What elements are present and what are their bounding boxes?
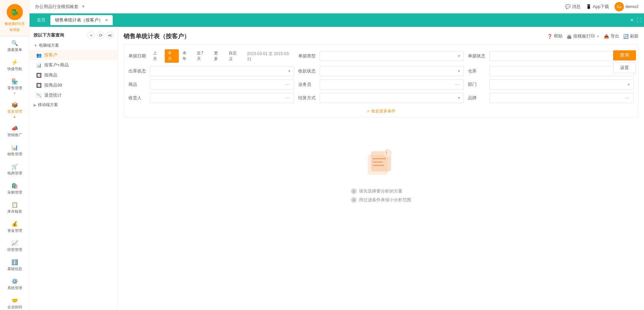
warehouse-input[interactable]: ··· xyxy=(489,66,634,76)
doc-type-label: 单据类型 xyxy=(298,53,317,59)
scheme-item-customer-goods[interactable]: 📊 按客户+商品 xyxy=(30,60,118,70)
department-input[interactable]: ▼ xyxy=(489,80,634,90)
chevron-down-icon: ▼ xyxy=(13,92,16,95)
sidebar-item-sales-label: 销售管理 xyxy=(7,152,22,157)
sidebar-item-retail[interactable]: 🏪 零售管理 ▼ xyxy=(0,75,29,98)
refresh-button[interactable]: 🔄 刷新 xyxy=(623,33,639,39)
desktop-section-toggle[interactable]: ▼ 电脑端方案 xyxy=(30,41,118,50)
print-icon: 🖨️ xyxy=(567,34,572,39)
sidebar-item-purchase[interactable]: 🛍️ 采购管理 xyxy=(0,179,29,198)
refresh-scheme-button[interactable]: ⟳ xyxy=(97,32,104,39)
enterprise-icon: 🤝 xyxy=(11,297,18,304)
goods-input[interactable]: ··· xyxy=(150,80,294,90)
user-name: demo2 xyxy=(625,4,639,9)
app-download-button[interactable]: 📱 App下载 xyxy=(586,4,609,10)
sidebar-item-search[interactable]: 🔍 搜索菜单 xyxy=(0,37,29,56)
settlement-input[interactable]: ▼ xyxy=(320,93,464,103)
tab-sales-stats[interactable]: 销售单统计表（按客户） ✕ xyxy=(50,15,113,25)
filter-row-2: 出库状态 ▼ 收款状态 ▼ xyxy=(128,66,634,76)
message-button[interactable]: 💬 消息 xyxy=(565,4,581,10)
sidebar-item-basic[interactable]: ℹ️ 基础信息 xyxy=(0,256,29,275)
date-tab-last-month[interactable]: 上月 xyxy=(150,49,164,63)
filter-row-3: 商品 ··· 业务员 ··· xyxy=(128,80,634,90)
goods-dots[interactable]: ··· xyxy=(284,82,291,88)
department-field: 部门 ▼ xyxy=(468,80,634,90)
desktop-section-label: 电脑端方案 xyxy=(39,43,59,48)
sidebar-item-management[interactable]: 📈 经营管理 xyxy=(0,237,29,256)
export-button[interactable]: 📤 导出 xyxy=(604,33,619,39)
salesperson-input[interactable]: ··· xyxy=(320,80,464,90)
refresh-label: 刷新 xyxy=(630,33,639,39)
scheme-item-return-label: 退货统计 xyxy=(44,92,62,98)
add-scheme-button[interactable]: + xyxy=(88,32,95,39)
date-tab-7days[interactable]: 近7天 xyxy=(194,49,210,63)
brand-dots[interactable]: ··· xyxy=(624,95,631,101)
sidebar-item-quick[interactable]: ⚡ 快捷导航 xyxy=(0,56,29,75)
inventory-icon: 📋 xyxy=(11,202,18,208)
topbar-left: 办公用品行业模拟账套 ▼ xyxy=(35,4,86,10)
sidebar-item-inventory[interactable]: 📋 库存核算 xyxy=(0,198,29,217)
sidebar-item-system[interactable]: ⚙️ 系统管理 xyxy=(0,275,29,294)
tab-close-icon[interactable]: ✕ xyxy=(105,18,108,22)
dropdown-icon[interactable]: ▼ xyxy=(81,4,86,9)
mobile-section-label: 移动端方案 xyxy=(38,102,58,108)
sidebar-item-enterprise[interactable]: 🤝 企业协同 xyxy=(0,294,29,310)
action-buttons: 查询 设置 xyxy=(613,50,636,73)
scheme-item-return[interactable]: 📉 退货统计 xyxy=(30,90,118,100)
sidebar-item-marketing[interactable]: 📣 营销推广 xyxy=(0,122,29,141)
scheme-item-customer-label: 按客户 xyxy=(44,52,57,58)
date-tab-more[interactable]: 更多 xyxy=(211,49,225,63)
out-status-chevron: ▼ xyxy=(287,69,291,73)
filter-row-4: 收货人 ··· 结算方式 ▼ xyxy=(128,93,634,103)
doc-status-input[interactable]: ▼ xyxy=(489,51,634,61)
salesperson-dots[interactable]: ··· xyxy=(454,82,461,88)
date-tab-this-year[interactable]: 本年 xyxy=(179,49,194,63)
sidebar-item-ecommerce[interactable]: 🛒 电商管理 xyxy=(0,160,29,179)
help-button[interactable]: ❓ 帮助 xyxy=(547,33,562,39)
tab-home[interactable]: 首页 xyxy=(32,15,50,25)
sidebar-item-system-label: 系统管理 xyxy=(7,286,22,291)
query-button[interactable]: 查询 xyxy=(613,50,636,60)
sidebar-item-wholesale[interactable]: 📦 批发管理 ▲ xyxy=(0,98,29,122)
sidebar-item-finance[interactable]: 💰 资金管理 xyxy=(0,217,29,237)
recv-status-input[interactable]: ▼ xyxy=(320,66,464,76)
receiver-label: 收货人 xyxy=(128,95,147,101)
mobile-section-toggle[interactable]: ▶ 移动端方案 xyxy=(30,100,118,109)
doc-status-field: 单据状态 ▼ xyxy=(468,51,634,61)
maximize-icon[interactable]: ⛶ xyxy=(637,17,641,23)
collapse-panel-button[interactable]: ≪ xyxy=(106,32,114,39)
page-title-actions: ❓ 帮助 🖨️ 按模板打印 ▼ 📤 导出 � xyxy=(547,33,639,39)
system-icon: ⚙️ xyxy=(11,278,18,285)
sidebar-item-retail-label: 零售管理 xyxy=(7,86,22,91)
salesperson-field: 业务员 ··· xyxy=(298,80,464,90)
user-menu[interactable]: Ea demo2 xyxy=(614,2,639,11)
setting-button[interactable]: 设置 xyxy=(613,62,636,73)
template-print-button[interactable]: 🖨️ 按模板打印 ▼ xyxy=(567,33,600,39)
brand-input[interactable]: ··· xyxy=(489,93,634,103)
logo-text: 畅捷通好生意 xyxy=(5,21,25,26)
tabbar: 首页 销售单统计表（按客户） ✕ ✕ ⛶ xyxy=(30,13,644,27)
purchase-icon: 🛍️ xyxy=(11,183,18,189)
date-tab-custom[interactable]: 自定义 xyxy=(226,49,244,63)
out-status-input[interactable]: ▼ xyxy=(150,66,294,76)
doc-type-input[interactable]: ▼ xyxy=(320,51,464,61)
hint-text-1: 请先选择要分析的方案 xyxy=(359,187,402,196)
receiver-input[interactable]: ··· xyxy=(150,93,294,103)
receiver-dots[interactable]: ··· xyxy=(284,95,291,101)
return-icon: 📉 xyxy=(36,93,42,98)
collapse-conditions-button[interactable]: ∧ 收起更多条件 xyxy=(128,106,634,116)
sidebar-item-enterprise-label: 企业协同 xyxy=(7,305,22,310)
scheme-item-goods[interactable]: 🔲 按商品 xyxy=(30,70,118,80)
message-label: 消息 xyxy=(572,4,581,10)
topbar-right: 💬 消息 📱 App下载 Ea demo2 xyxy=(565,2,639,11)
scheme-item-customer[interactable]: 👥 按客户 xyxy=(30,50,118,60)
sidebar-item-sales[interactable]: 📊 销售管理 xyxy=(0,141,29,160)
close-window-icon[interactable]: ✕ xyxy=(630,17,634,23)
warehouse-field: 仓库 ··· xyxy=(468,66,634,76)
date-tab-this-month[interactable]: 本月 xyxy=(165,49,179,63)
lightning-icon: ⚡ xyxy=(11,59,18,65)
sales-icon: 📊 xyxy=(11,144,18,151)
collapse-label: ∧ 收起更多条件 xyxy=(367,109,395,113)
filter-row-1: 单据日期 上月 本月 本年 近7天 更多 自定义 20 xyxy=(128,49,634,63)
scheme-item-goods99[interactable]: 🔲 按商品99 xyxy=(30,80,118,90)
